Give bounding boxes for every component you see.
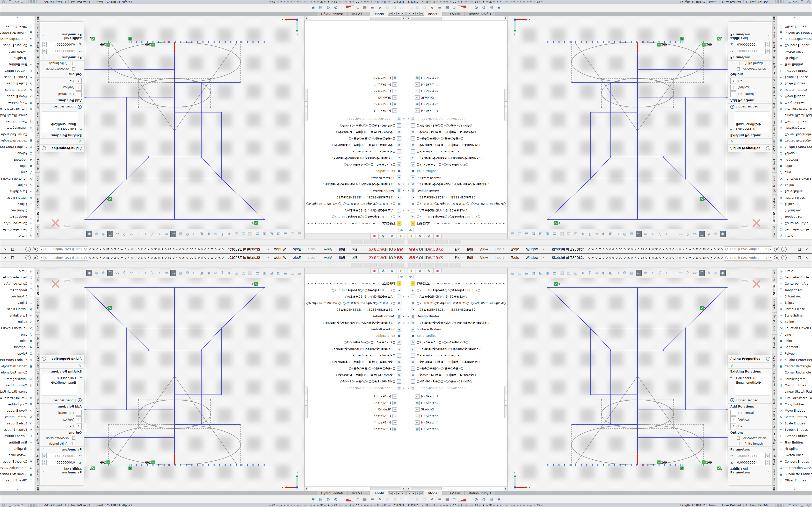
tool-centerpoint-arc[interactable]: ⌔Centerpoint Arc [777, 220, 812, 226]
scroll-left-icon[interactable]: ◀ [406, 487, 410, 491]
view-toolbar-icon[interactable]: ◱ [234, 270, 239, 276]
view-toolbar-icon[interactable]: ⌖ [650, 231, 656, 237]
view-toolbar-icon[interactable]: ✑ [678, 231, 684, 237]
help-button[interactable]: ? [781, 255, 786, 260]
tool-convert-entities[interactable]: ⬒Convert Entities [0, 43, 35, 49]
add-relation-vertical[interactable]: |Vertical [40, 84, 84, 91]
view-toolbar-icon[interactable]: ▭ [643, 231, 649, 237]
relations-list[interactable]: Collinear108 Equal length109 [735, 112, 770, 132]
commandmanager-tab-mesh-modeling[interactable]: Mesh Modeling [35, 77, 40, 101]
tool-trim-entities[interactable]: ✂Trim Entities [777, 62, 812, 68]
tool-silhouette-entities[interactable]: ⬓Silhouette Entities [777, 30, 812, 36]
tool-equation-driven-curve[interactable]: ƒxEquation Driven Curve [777, 325, 812, 331]
tool-circle[interactable]: ◎Circle [777, 268, 812, 274]
tree-item-annotations[interactable]: ▶A○25ИИ◉◦✤A✤◉ИИA○◦○AИИ◉✤A✤◦◉И25○ [406, 181, 507, 187]
tab-prev-icon[interactable]: ◀ [397, 492, 401, 495]
tree-item-sketchgrid[interactable]: ▦(-) Sketch2 [305, 101, 406, 107]
tree-item-sketchgrid[interactable]: ▦(-) Sketch6 [406, 75, 507, 81]
add-relation-fix[interactable]: ⚓Fix [40, 77, 84, 84]
option-for-construction[interactable]: For construction [728, 435, 772, 441]
tool-circular-sketch-pattern[interactable]: ✥Circular Sketch Pattern [0, 395, 35, 401]
length-field[interactable]: 10.88152731 [46, 49, 77, 54]
expand-icon[interactable]: ⌄ [42, 35, 44, 38]
checkbox[interactable] [737, 442, 740, 445]
tree-item-sigma[interactable]: Σ○25ИИ◉◦✤A∩¤3Ɛ○◦○Ɛ3¤∩A✤◦◉ИИ52○ [305, 345, 406, 352]
tree-item-favorites[interactable]: ★○253Ɛ✤◦♟◉ΛAΦ○◦○ΦAΛ◉♟◦✤Ɛ352○ [406, 214, 507, 220]
tool-convert-entities[interactable]: ⬒Convert Entities [777, 458, 812, 464]
view-toolbar-icon[interactable]: ⛶ [107, 270, 113, 276]
commandmanager-tab-mesh-modeling[interactable]: Mesh Modeling [772, 406, 777, 430]
view-toolbar-icon[interactable]: ⬕ [538, 270, 544, 276]
tool-parallelogram[interactable]: ▱Parallelogram [777, 125, 812, 131]
angle-field[interactable]: 0.00000000° [735, 460, 766, 465]
commandmanager-tab-surfaces[interactable]: Surfaces [772, 194, 777, 210]
section-add-relations[interactable]: Add Relations⌃ [40, 98, 84, 104]
checkbox[interactable] [737, 67, 740, 70]
bottom-toolbar-icon[interactable]: ◔ [333, 496, 339, 502]
restore-button[interactable]: ❐ [9, 246, 16, 252]
view-toolbar-icon[interactable]: ◐ [205, 270, 211, 276]
view-toolbar-icon[interactable]: ⊥ [671, 270, 677, 276]
add-relation-vertical[interactable]: |Vertical [728, 84, 772, 91]
add-relation-vertical[interactable]: |Vertical [728, 416, 772, 423]
tree-item-binder[interactable]: ▶▤Design Binder [305, 313, 406, 320]
length-field[interactable]: 10.88152731 [735, 49, 766, 54]
bottom-toolbar-icon[interactable]: ✐ [429, 5, 435, 11]
tree-item-sketchgrid[interactable]: ▦(-) Sketch2 [406, 101, 507, 107]
tree-item-annotations[interactable]: ▶A○25ИИ◉◦✤A✤◉ИИA○◦○AИИ◉✤A✤◦◉И25○ [305, 320, 406, 326]
menu-view[interactable]: View [477, 246, 491, 252]
collapse-icon[interactable]: ⌃ [768, 431, 770, 434]
configurationmanager-tab[interactable]: ⚓ [379, 268, 388, 273]
relation-item[interactable]: Equal length109 [43, 380, 76, 385]
view-toolbar-icon[interactable]: ⬖ [226, 231, 232, 237]
add-relation-fix[interactable]: ⚓Fix [728, 423, 772, 430]
tab-3d-views[interactable]: 3D Views [348, 12, 369, 16]
view-toolbar-icon[interactable]: ▫ [615, 270, 621, 276]
view-toolbar-icon[interactable]: ◌ [79, 231, 85, 237]
commandmanager-tab-markup[interactable]: Markup [35, 453, 40, 467]
view-toolbar-icon[interactable]: ◳ [241, 270, 246, 276]
add-relation-vertical[interactable]: |Vertical [40, 416, 84, 423]
view-toolbar-icon[interactable]: ◌ [727, 231, 733, 237]
close-button[interactable]: ✕ [2, 246, 9, 252]
tree-item-sketch[interactable]: ⌐(-) Sketch4 [305, 419, 406, 426]
tool-scale-entities[interactable]: ⇲Scale Entities [777, 80, 812, 87]
menu-insert[interactable]: Insert [305, 246, 321, 252]
tree-item-pencil[interactable]: ✎○25•∩✱♟Am○◦○mA♟✱∩•52○ [305, 162, 406, 168]
tab-3d-views[interactable]: 3D Views [443, 491, 465, 495]
bottom-toolbar-icon[interactable]: ✐ [429, 496, 435, 502]
add-relation-horizontal[interactable]: —Horizontal [40, 91, 84, 98]
view-toolbar-icon[interactable]: ⬔ [531, 270, 537, 276]
tree-item-gauge[interactable]: ◔○25♟◉25И3Ɛ25○◦○52Ɛ3И52◉♟52○ [406, 194, 507, 201]
commandmanager-tab-sketch[interactable]: Sketch [772, 210, 777, 224]
tool-tangent-arc[interactable]: ⌒Tangent Arc [777, 214, 812, 220]
search-icon[interactable]: ⌕ [44, 247, 48, 251]
commandmanager-tab-weldments[interactable]: Weldments [772, 370, 777, 388]
scroll-thumb[interactable] [411, 487, 442, 490]
scroll-track[interactable] [308, 16, 402, 20]
tool-sketch-fillet[interactable]: ⌐Sketch Fillet [0, 49, 35, 55]
tab-last-icon[interactable]: ▶❘ [388, 12, 392, 15]
tool-3-point-center-recta-[interactable]: ◇3 Point Center Recta... [777, 356, 812, 363]
account-avatar[interactable]: ◉ [774, 247, 779, 252]
search-icon[interactable]: ⌕ [764, 247, 769, 251]
expand-icon[interactable]: ⌄ [768, 35, 770, 38]
scroll-thumb[interactable] [411, 17, 442, 20]
tool-linear-sketch-pattern[interactable]: ∷Linear Sketch Pattern [777, 112, 812, 119]
bottom-toolbar-icon[interactable]: ✱ [496, 496, 502, 502]
tool-sketch-fillet[interactable]: ⌐Sketch Fillet [0, 452, 35, 458]
tree-item-sensors[interactable]: ≣○25✤3Ɛ25○ИИ◉◦✤ƆƆƐИ3Ɛ25○◦○52Ɛ3ИƐƆƆ✤◦◉ИИ○ [305, 300, 406, 306]
tool-spline[interactable]: ∿Spline [0, 319, 35, 325]
tool-segment[interactable]: #Segment [777, 344, 812, 350]
section-options[interactable]: Options⌃ [728, 430, 772, 435]
collapse-icon[interactable]: ⌃ [768, 134, 770, 137]
tree-item-favorites[interactable]: ★○253Ɛ✤◦♟◉ΛAΦ○◦○ΦAΛ◉♟◦✤Ɛ352○ [406, 287, 507, 293]
length-spinner[interactable]: ▲▼ [766, 49, 770, 54]
view-toolbar-icon[interactable]: ⌕ [142, 270, 148, 276]
view-toolbar-icon[interactable]: ▣ [261, 270, 267, 276]
tree-vertical-scrollbar[interactable]: ⊙ [305, 89, 308, 120]
scroll-thumb[interactable] [370, 17, 401, 20]
menu-insert[interactable]: Insert [491, 246, 507, 252]
tool-tangent-arc[interactable]: ⌒Tangent Arc [0, 287, 35, 293]
menu-edit[interactable]: Edit [464, 246, 477, 252]
